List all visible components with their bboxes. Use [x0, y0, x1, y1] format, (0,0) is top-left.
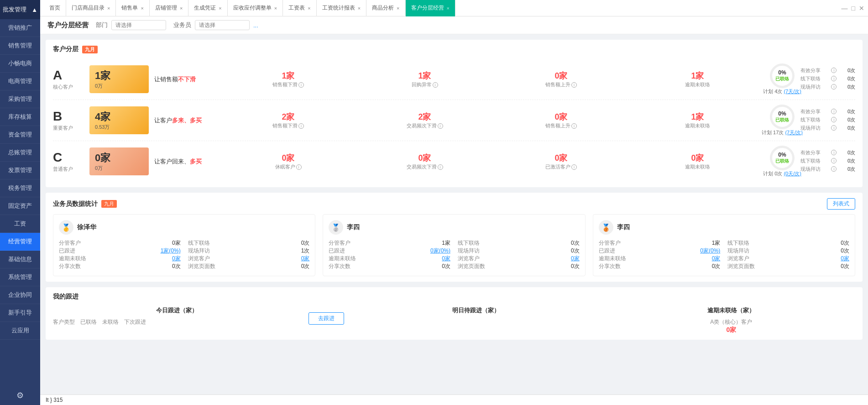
tab-close-应收应付调整单[interactable]: ×	[274, 5, 277, 11]
tab-close-销售单[interactable]: ×	[141, 5, 143, 11]
info-icon-right[interactable]: i	[831, 150, 837, 155]
biz-avatar: 🥉	[599, 220, 613, 235]
right-stats-C: 有效分享 i 0次 线下联络 i 0次 现场拜访 i 0次	[800, 149, 855, 174]
biz-row-val[interactable]: 0家(0%)	[700, 247, 720, 255]
sidebar-settings-icon[interactable]: ⚙	[0, 386, 40, 405]
tab-销售单[interactable]: 销售单×	[116, 0, 149, 16]
biz-stats-section: 业务员数据统计 九月 列表式 🥇 徐泽华 分管客户 0家 已跟进 1家(0%) …	[46, 193, 863, 282]
tier-letter-A: A	[53, 68, 89, 83]
tab-首页[interactable]: 首页	[44, 0, 66, 16]
tab-商品分析[interactable]: 商品分析×	[366, 0, 405, 16]
info-icon-right[interactable]: i	[831, 76, 837, 81]
info-icon[interactable]: i	[571, 82, 577, 88]
sidebar-item-新手引导[interactable]: 新手引导	[0, 304, 40, 322]
sidebar-header[interactable]: 批发管理 ▲	[0, 0, 40, 19]
sidebar-item-销售管理[interactable]: 销售管理	[0, 37, 40, 55]
sidebar-item-系统管理[interactable]: 系统管理	[0, 268, 40, 286]
filter-more-btn[interactable]: ...	[253, 22, 258, 29]
sidebar-item-云应用[interactable]: 云应用	[0, 322, 40, 340]
biz-row-val: 0次	[841, 263, 849, 270]
tab-close-客户分层经营[interactable]: ×	[447, 5, 450, 11]
tier-letter-B: B	[53, 109, 89, 124]
info-icon[interactable]: i	[296, 164, 302, 170]
info-icon[interactable]: i	[571, 123, 577, 129]
info-icon-right[interactable]: i	[831, 158, 837, 163]
plan-block-C: 计划 0次 (0天/次)	[759, 170, 805, 177]
biz-row-现场拜访: 现场拜访 0次	[458, 247, 580, 255]
plan-link-C[interactable]: (0天/次)	[784, 171, 801, 176]
biz-row-val[interactable]: 0家	[712, 255, 721, 263]
info-icon-right[interactable]: i	[831, 166, 837, 172]
tab-门店商品目录[interactable]: 门店商品目录×	[66, 0, 116, 16]
window-maximize-icon[interactable]: □	[852, 5, 855, 12]
biz-row-val[interactable]: 0家	[571, 255, 580, 263]
biz-row-已跟进: 已跟进 0家(0%)	[329, 247, 450, 255]
sidebar-item-采购管理[interactable]: 采购管理	[0, 90, 40, 108]
info-icon[interactable]: i	[438, 164, 443, 170]
go-follow-btn[interactable]: 去跟进	[309, 312, 344, 325]
tab-店铺管理[interactable]: 店铺管理×	[150, 0, 188, 16]
sidebar-item-工资[interactable]: 工资	[0, 215, 40, 233]
tab-工资统计报表[interactable]: 工资统计报表×	[317, 0, 366, 16]
info-icon[interactable]: i	[433, 82, 438, 88]
biz-row-现场拜访: 现场拜访 0次	[727, 247, 849, 255]
tab-close-店铺管理[interactable]: ×	[180, 5, 183, 11]
sidebar-item-营销推广[interactable]: 营销推广	[0, 19, 40, 37]
tier-letter-C: C	[53, 150, 89, 165]
plan-link-A[interactable]: (7天/次)	[784, 89, 801, 94]
right-stats-A: 有效分享 i 0次 线下联络 i 0次 现场拜访 i 0次	[800, 67, 855, 92]
info-icon[interactable]: i	[298, 82, 304, 88]
tab-工资表[interactable]: 工资表×	[283, 0, 316, 16]
sidebar-item-固定资产[interactable]: 固定资产	[0, 197, 40, 215]
follow-col-header-not: 未联络	[102, 318, 119, 326]
tab-close-商品分析[interactable]: ×	[397, 5, 399, 11]
tab-close-门店商品目录[interactable]: ×	[107, 5, 110, 11]
biz-row-浏览页面数: 浏览页面数 0次	[188, 263, 310, 270]
staff-select[interactable]	[195, 20, 250, 30]
biz-row-val[interactable]: 0家	[841, 255, 849, 263]
list-view-btn[interactable]: 列表式	[827, 198, 855, 210]
tier-row-A: A 核心客户 1家 0万 让销售额不下滑 1家 销售额下滑 i 1家 回购异常 …	[53, 59, 855, 100]
info-icon[interactable]: i	[298, 123, 304, 129]
circle-chart-B: 0% 已联络	[770, 105, 795, 129]
biz-row-val[interactable]: 0家(0%)	[430, 247, 450, 255]
window-minimize-icon[interactable]: —	[842, 5, 848, 12]
sidebar-item-库存核算[interactable]: 库存核算	[0, 108, 40, 126]
biz-row-val[interactable]: 0家	[172, 255, 181, 263]
sidebar-item-资金管理[interactable]: 资金管理	[0, 126, 40, 144]
biz-row-val[interactable]: 0家	[301, 255, 310, 263]
sidebar-item-总账管理[interactable]: 总账管理	[0, 144, 40, 162]
tier-slogan-C: 让客户回来、多买	[154, 158, 218, 166]
sidebar-item-基础信息[interactable]: 基础信息	[0, 251, 40, 268]
sidebar-item-税务管理[interactable]: 税务管理	[0, 179, 40, 197]
dept-select[interactable]	[111, 20, 166, 30]
window-close-icon[interactable]: ✕	[859, 5, 864, 12]
tab-close-工资表[interactable]: ×	[308, 5, 310, 11]
biz-row-val[interactable]: 1家(0%)	[161, 247, 181, 255]
sidebar-item-经营管理[interactable]: 经营管理	[0, 233, 40, 251]
info-icon-right[interactable]: i	[831, 117, 837, 122]
biz-card-徐泽华: 🥇 徐泽华 分管客户 0家 已跟进 1家(0%) 逾期未联络 0家 分享次数 0…	[53, 214, 315, 276]
sidebar-item-发票管理[interactable]: 发票管理	[0, 162, 40, 179]
follow-tomorrow-title: 明日待跟进（家）	[352, 306, 600, 315]
sidebar-item-企业协同[interactable]: 企业协同	[0, 286, 40, 304]
tab-生成凭证[interactable]: 生成凭证×	[188, 0, 227, 16]
info-icon[interactable]: i	[438, 123, 443, 129]
info-icon-right[interactable]: i	[831, 125, 837, 131]
biz-row-val[interactable]: 0家	[442, 255, 450, 263]
tab-应收应付调整单[interactable]: 应收应付调整单×	[228, 0, 283, 16]
sidebar-item-小畅电商[interactable]: 小畅电商	[0, 55, 40, 73]
sidebar-item-电商管理[interactable]: 电商管理	[0, 73, 40, 90]
biz-card-header: 🥉 李四	[599, 220, 849, 235]
info-icon-right[interactable]: i	[831, 68, 837, 73]
biz-avatar: 🥈	[329, 220, 343, 235]
info-icon-right[interactable]: i	[831, 109, 837, 114]
customer-tier-section: 客户分层 九月 A 核心客户 1家 0万 让销售额不下滑 1家 销售额下滑 i …	[46, 40, 863, 187]
biz-stats-title: 业务员数据统计	[53, 200, 98, 208]
info-icon[interactable]: i	[571, 164, 577, 170]
right-stat-line: 有效分享 i 0次	[800, 67, 855, 74]
tab-close-工资统计报表[interactable]: ×	[358, 5, 361, 11]
tab-客户分层经营[interactable]: 客户分层经营×	[406, 0, 455, 16]
tab-close-生成凭证[interactable]: ×	[219, 5, 221, 11]
info-icon-right[interactable]: i	[831, 84, 837, 89]
